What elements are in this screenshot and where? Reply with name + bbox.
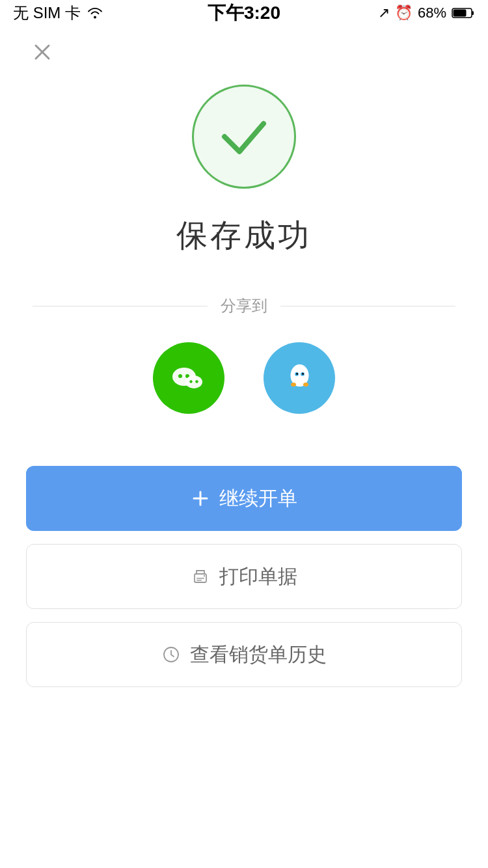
share-divider-text: 分享到 — [208, 295, 280, 316]
history-button[interactable]: 查看销货单历史 — [26, 622, 462, 687]
svg-point-26 — [204, 575, 205, 576]
history-label: 查看销货单历史 — [190, 642, 327, 668]
share-icons — [153, 342, 335, 414]
svg-point-9 — [189, 380, 192, 383]
svg-rect-2 — [454, 10, 467, 17]
svg-rect-24 — [197, 578, 204, 579]
sim-status: 无 SIM 卡 — [13, 3, 81, 23]
status-time: 下午3:20 — [208, 1, 280, 25]
svg-point-19 — [291, 383, 296, 387]
status-bar: 无 SIM 卡 下午3:20 ↗ ⏰ 68% — [0, 0, 488, 26]
success-title: 保存成功 — [176, 215, 312, 256]
print-button[interactable]: 打印单据 — [26, 544, 462, 609]
location-icon: ↗ — [378, 5, 390, 21]
battery-icon — [452, 7, 475, 20]
continue-label: 继续开单 — [219, 485, 297, 512]
svg-point-16 — [296, 373, 298, 375]
svg-point-8 — [185, 375, 202, 388]
main-content: 保存成功 分享到 — [0, 26, 488, 687]
svg-point-10 — [195, 380, 198, 383]
print-label: 打印单据 — [219, 563, 297, 590]
svg-rect-25 — [197, 580, 202, 581]
status-right: ↗ ⏰ 68% — [378, 5, 475, 21]
action-buttons: 继续开单 打印单据 查看销货单历史 — [0, 466, 488, 687]
alarm-icon: ⏰ — [395, 5, 413, 21]
svg-point-17 — [302, 373, 304, 375]
share-qq-button[interactable] — [264, 342, 335, 414]
divider-line-left — [33, 306, 208, 306]
share-wechat-button[interactable] — [153, 342, 224, 414]
success-icon — [192, 85, 296, 189]
svg-point-6 — [178, 374, 182, 378]
share-divider: 分享到 — [0, 295, 488, 316]
status-left: 无 SIM 卡 — [13, 3, 104, 23]
wifi-icon — [86, 7, 104, 20]
svg-rect-1 — [472, 11, 474, 15]
divider-line-right — [280, 306, 455, 306]
close-button[interactable] — [26, 36, 59, 68]
battery-percent: 68% — [418, 5, 446, 21]
continue-button[interactable]: 继续开单 — [26, 466, 462, 531]
svg-point-20 — [303, 383, 308, 387]
